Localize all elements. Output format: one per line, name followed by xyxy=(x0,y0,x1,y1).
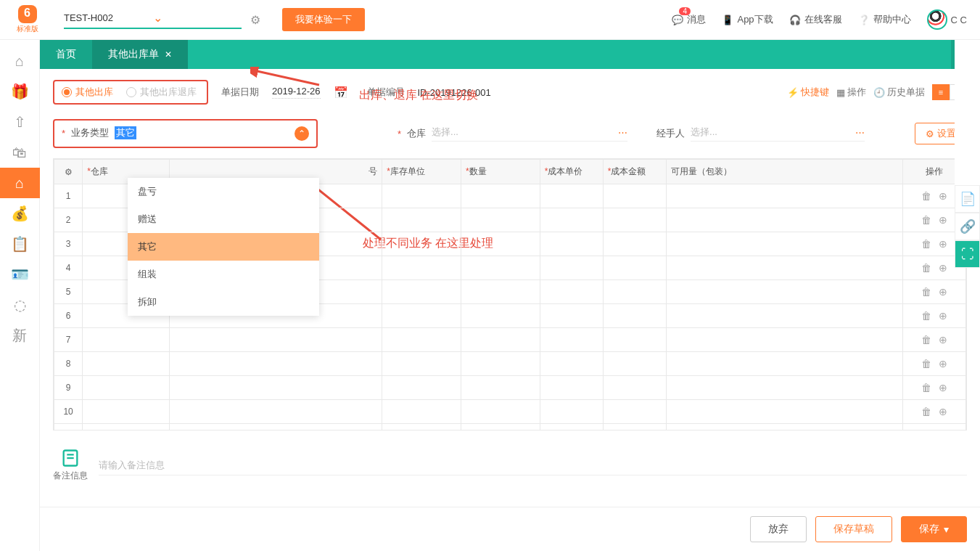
history-link[interactable]: 🕘历史单据 xyxy=(873,86,925,99)
table-row[interactable]: 7🗑⊕ xyxy=(54,328,966,352)
support-button[interactable]: 🎧 在线客服 xyxy=(789,13,842,26)
link-icon[interactable]: 🔗 xyxy=(955,213,980,240)
dd-item-disassemble[interactable]: 拆卸 xyxy=(128,288,319,316)
add-icon[interactable]: ⊕ xyxy=(939,214,947,226)
org-select[interactable]: TEST-H002 ⌄ xyxy=(64,11,242,29)
save-button[interactable]: 保存▾ xyxy=(901,516,967,542)
delete-icon[interactable]: 🗑 xyxy=(921,382,931,393)
radio-dot-icon xyxy=(62,87,72,97)
add-icon[interactable]: ⊕ xyxy=(939,310,947,322)
business-type-box: * 业务类型 其它 ⌃ xyxy=(53,119,318,148)
handler-select[interactable]: 选择... ⋯ xyxy=(691,126,865,142)
col-unit: *库存单位 xyxy=(382,160,461,184)
add-icon[interactable]: ⊕ xyxy=(939,430,947,430)
col-cost-price: *成本单价 xyxy=(540,160,603,184)
tabs: 首页 其他出库单 ✕ ✕ xyxy=(40,40,980,69)
warehouse-label: 仓库 xyxy=(407,127,426,140)
avatar xyxy=(927,9,947,30)
warehouse-select[interactable]: 选择... ⋯ xyxy=(432,126,627,142)
experience-button[interactable]: 我要体验一下 xyxy=(282,8,365,31)
add-icon[interactable]: ⊕ xyxy=(939,358,947,370)
dd-item-loss[interactable]: 盘亏 xyxy=(128,178,319,205)
add-icon[interactable]: ⊕ xyxy=(939,190,947,202)
table-row[interactable]: 11🗑⊕ xyxy=(54,424,966,431)
remark-section: 备注信息 xyxy=(53,441,967,489)
abandon-button[interactable]: 放弃 xyxy=(750,516,807,542)
doc-icon[interactable]: 📄 xyxy=(955,185,980,213)
nav-money-icon[interactable]: 💰 xyxy=(0,198,40,229)
history-icon: 🕘 xyxy=(873,87,885,98)
gear-icon: ⚙ xyxy=(926,128,934,139)
add-icon[interactable]: ⊕ xyxy=(939,382,947,393)
messages-button[interactable]: 💬 消息 4 xyxy=(672,13,706,26)
col-gear[interactable]: ⚙ xyxy=(54,160,83,184)
nav-home-icon[interactable]: ⌂ xyxy=(0,46,40,76)
radio-return[interactable]: 其他出库退库 xyxy=(126,86,197,99)
tab-home[interactable]: 首页 xyxy=(40,40,92,69)
save-draft-button[interactable]: 保存草稿 xyxy=(815,516,892,542)
gear-icon[interactable]: ⚙ xyxy=(250,13,260,27)
dd-item-gift[interactable]: 赠送 xyxy=(128,205,319,233)
logo-tag: 标准版 xyxy=(17,24,38,34)
tab-other-outbound[interactable]: 其他出库单 ✕ xyxy=(92,40,188,69)
biz-type-value[interactable]: 其它 xyxy=(115,126,136,139)
message-icon: 💬 xyxy=(672,15,683,25)
nav-warehouse-icon[interactable]: ⌂ xyxy=(0,168,40,198)
expand-icon[interactable]: ⛶ xyxy=(955,240,980,268)
remark-input[interactable] xyxy=(99,455,967,476)
view-list[interactable]: ≡ xyxy=(932,84,950,100)
logo[interactable]: 标准版 xyxy=(13,5,42,34)
ops-link[interactable]: ▦操作 xyxy=(836,86,866,99)
nav-clipboard-icon[interactable]: 📋 xyxy=(0,229,40,259)
grid-icon: ▦ xyxy=(836,87,845,98)
dd-item-assemble[interactable]: 组装 xyxy=(128,261,319,288)
chevron-up-icon[interactable]: ⌃ xyxy=(295,126,309,141)
nav-id-icon[interactable]: 🪪 xyxy=(0,259,40,290)
delete-icon[interactable]: 🗑 xyxy=(921,262,931,274)
dd-item-other[interactable]: 其它 xyxy=(128,233,319,261)
more-icon[interactable]: ⋯ xyxy=(855,127,865,138)
table-row[interactable]: 8🗑⊕ xyxy=(54,352,966,376)
delete-icon[interactable]: 🗑 xyxy=(921,238,931,250)
delete-icon[interactable]: 🗑 xyxy=(921,430,931,430)
shortcut-link[interactable]: ⚡快捷键 xyxy=(787,86,829,99)
note-icon xyxy=(60,448,81,468)
user-menu[interactable]: C C xyxy=(927,9,967,30)
delete-icon[interactable]: 🗑 xyxy=(921,286,931,298)
nav-upload-icon[interactable]: ⇧ xyxy=(0,107,40,137)
footer: 放弃 保存草稿 保存▾ xyxy=(40,507,980,551)
chevron-down-icon: ▾ xyxy=(944,523,949,535)
delete-icon[interactable]: 🗑 xyxy=(921,190,931,202)
delete-icon[interactable]: 🗑 xyxy=(921,406,931,417)
top-right: 💬 消息 4 📱 App下载 🎧 在线客服 ❔ 帮助中心 C C xyxy=(672,9,967,30)
biz-type-dropdown: 盘亏 赠送 其它 组装 拆卸 xyxy=(128,178,319,316)
add-icon[interactable]: ⊕ xyxy=(939,238,947,250)
shortcut-icon: ⚡ xyxy=(787,87,799,98)
headset-icon: 🎧 xyxy=(789,15,801,25)
delete-icon[interactable]: 🗑 xyxy=(921,310,931,322)
col-qty: *数量 xyxy=(461,160,540,184)
date-label: 单据日期 xyxy=(221,86,259,99)
more-icon[interactable]: ⋯ xyxy=(618,127,627,138)
radio-outbound[interactable]: 其他出库 xyxy=(62,86,113,99)
date-value[interactable]: 2019-12-26 xyxy=(272,86,321,99)
add-icon[interactable]: ⊕ xyxy=(939,262,947,274)
table-row[interactable]: 10🗑⊕ xyxy=(54,400,966,424)
app-download-button[interactable]: 📱 App下载 xyxy=(722,13,773,26)
table-row[interactable]: 9🗑⊕ xyxy=(54,376,966,400)
help-button[interactable]: ❔ 帮助中心 xyxy=(858,13,911,26)
add-icon[interactable]: ⊕ xyxy=(939,286,947,298)
nav-new-icon[interactable]: 新 xyxy=(0,320,40,351)
delete-icon[interactable]: 🗑 xyxy=(921,334,931,346)
nav-nodes-icon[interactable]: ◌ xyxy=(0,290,40,320)
add-icon[interactable]: ⊕ xyxy=(939,334,947,346)
doc-type-radio-group: 其他出库 其他出库退库 xyxy=(53,80,208,105)
close-icon[interactable]: ✕ xyxy=(165,49,172,60)
add-icon[interactable]: ⊕ xyxy=(939,406,947,417)
gear-icon: ⚙ xyxy=(65,167,73,177)
nav-bag-icon[interactable]: 🛍 xyxy=(0,137,40,168)
delete-icon[interactable]: 🗑 xyxy=(921,358,931,370)
delete-icon[interactable]: 🗑 xyxy=(921,214,931,226)
calendar-icon[interactable]: 📅 xyxy=(334,86,348,99)
nav-gift-icon[interactable]: 🎁 xyxy=(0,76,40,107)
